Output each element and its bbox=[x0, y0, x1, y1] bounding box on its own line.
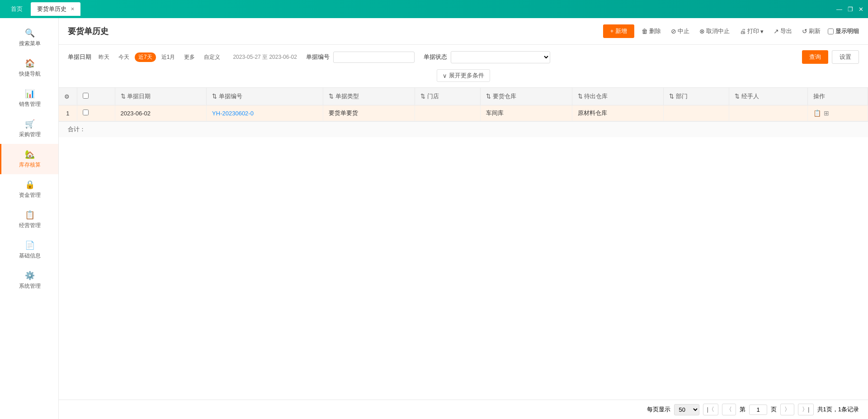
filter-group-date-range: 2023-05-27 至 2023-06-02 bbox=[233, 53, 297, 61]
tab-close-icon[interactable]: × bbox=[71, 5, 75, 12]
sidebar-label-basic: 基础信息 bbox=[19, 252, 41, 260]
docno-input[interactable] bbox=[333, 52, 415, 63]
sidebar-item-sales[interactable]: 📊 销售管理 bbox=[0, 83, 58, 114]
th-dept[interactable]: ⇅ 部门 bbox=[664, 88, 729, 105]
shortcut-yesterday[interactable]: 昨天 bbox=[95, 52, 113, 62]
row-no: YH-20230602-0 bbox=[207, 105, 323, 121]
row-date: 2023-06-02 bbox=[115, 105, 207, 121]
settings-button[interactable]: 设置 bbox=[832, 50, 859, 64]
filter-group-docno: 单据编号 bbox=[306, 52, 415, 63]
table-header: ⚙ ⇅ 单据日期 ⇅ 单据编号 ⇅ 单据类型 ⇅ 门店 ⇅ 要货仓库 ⇅ 待出仓… bbox=[59, 88, 868, 105]
display-detail-checkbox-label[interactable]: 显示明细 bbox=[828, 27, 859, 35]
filter-row-main: 单据日期 昨天 今天 近7天 近1月 更多 自定义 2023-05-27 至 2… bbox=[68, 50, 859, 64]
total-records: 共1页，1条记录 bbox=[817, 405, 859, 414]
shortcut-custom[interactable]: 自定义 bbox=[200, 52, 224, 62]
status-select[interactable] bbox=[451, 51, 550, 63]
delete-button[interactable]: 🗑 删除 bbox=[639, 25, 664, 37]
cancel-suspend-icon: ⊗ bbox=[699, 28, 705, 35]
print-button[interactable]: 🖨 打印 ▾ bbox=[737, 25, 766, 37]
sidebar-item-search[interactable]: 🔍 搜索菜单 bbox=[0, 23, 58, 53]
shortcut-1month[interactable]: 近1月 bbox=[158, 52, 179, 62]
shortcut-7days[interactable]: 近7天 bbox=[135, 52, 156, 62]
print-icon: 🖨 bbox=[740, 28, 746, 35]
page-number-input[interactable] bbox=[749, 405, 767, 415]
per-page-select[interactable]: 50 100 bbox=[674, 404, 699, 415]
row-checkbox[interactable] bbox=[83, 110, 89, 115]
refresh-icon: ↺ bbox=[802, 28, 807, 35]
sidebar-item-system[interactable]: ⚙️ 系统管理 bbox=[0, 265, 58, 295]
minimize-button[interactable]: — bbox=[836, 6, 842, 13]
th-pending-warehouse[interactable]: ⇅ 待出仓库 bbox=[572, 88, 664, 105]
page-title: 要货单历史 bbox=[68, 26, 108, 37]
sidebar-item-operations[interactable]: 📋 经营管理 bbox=[0, 205, 58, 235]
data-table: ⚙ ⇅ 单据日期 ⇅ 单据编号 ⇅ 单据类型 ⇅ 门店 ⇅ 要货仓库 ⇅ 待出仓… bbox=[59, 88, 868, 121]
display-detail-checkbox[interactable] bbox=[828, 29, 834, 34]
last-page-button[interactable]: 〉| bbox=[798, 404, 813, 415]
doc-link[interactable]: YH-20230602-0 bbox=[212, 110, 254, 117]
export-button[interactable]: ↗ 导出 bbox=[771, 25, 795, 37]
sidebar-item-basic[interactable]: 📄 基础信息 bbox=[0, 235, 58, 265]
sort-icon-type: ⇅ bbox=[329, 93, 334, 100]
th-date[interactable]: ⇅ 单据日期 bbox=[115, 88, 207, 105]
tab-home[interactable]: 首页 bbox=[5, 2, 29, 16]
sidebar-item-quicknav[interactable]: 🏠 快捷导航 bbox=[0, 53, 58, 83]
sidebar-label-sales: 销售管理 bbox=[19, 100, 41, 108]
select-all-checkbox[interactable] bbox=[83, 93, 89, 99]
per-page-label: 每页显示 bbox=[647, 405, 670, 414]
sidebar-label-operations: 经营管理 bbox=[19, 222, 41, 229]
print-dropdown-icon: ▾ bbox=[760, 28, 764, 35]
row-pending-warehouse: 原材料仓库 bbox=[572, 105, 664, 121]
page-prefix: 第 bbox=[740, 405, 745, 414]
new-button[interactable]: + 新增 bbox=[603, 24, 634, 38]
th-no[interactable]: ⇅ 单据编号 bbox=[207, 88, 323, 105]
date-filter-label: 单据日期 bbox=[68, 53, 91, 61]
gear-icon: ⚙️ bbox=[25, 271, 35, 281]
expand-more-button[interactable]: ∨ 展开更多条件 bbox=[437, 69, 490, 82]
th-req-warehouse[interactable]: ⇅ 要货仓库 bbox=[481, 88, 572, 105]
date-shortcuts: 昨天 今天 近7天 近1月 更多 自定义 bbox=[95, 52, 224, 62]
clipboard-icon: 📋 bbox=[25, 210, 35, 220]
th-type[interactable]: ⇅ 单据类型 bbox=[323, 88, 415, 105]
close-button[interactable]: ✕ bbox=[859, 6, 863, 13]
shortcut-more[interactable]: 更多 bbox=[180, 52, 198, 62]
suspend-button[interactable]: ⊘ 中止 bbox=[668, 25, 692, 37]
sidebar-label-finance: 资金管理 bbox=[19, 191, 41, 199]
table-body: 1 2023-06-02 YH-20230602-0 要货单要货 车间库 原材料… bbox=[59, 105, 868, 121]
window-controls: — ❐ ✕ bbox=[836, 6, 863, 13]
sidebar-item-finance[interactable]: 🔒 资金管理 bbox=[0, 174, 58, 205]
th-handler[interactable]: ⇅ 经手人 bbox=[729, 88, 808, 105]
prev-page-button[interactable]: 〈 bbox=[722, 404, 736, 415]
row-req-warehouse: 车间库 bbox=[481, 105, 572, 121]
sidebar-label-purchase: 采购管理 bbox=[19, 131, 41, 138]
sidebar-label-search: 搜索菜单 bbox=[19, 40, 41, 48]
suspend-icon: ⊘ bbox=[671, 28, 676, 35]
th-checkbox bbox=[77, 88, 115, 105]
sort-icon-store: ⇅ bbox=[420, 93, 425, 100]
shortcut-today[interactable]: 今天 bbox=[115, 52, 133, 62]
tab-requisition-history[interactable]: 要货单历史 × bbox=[31, 2, 80, 16]
sidebar-item-inventory[interactable]: 🏡 库存核算 bbox=[0, 144, 58, 174]
row-edit-icon[interactable]: 📋 bbox=[813, 110, 821, 117]
inventory-icon: 🏡 bbox=[25, 149, 35, 159]
main-layout: 🔍 搜索菜单 🏠 快捷导航 📊 销售管理 🛒 采购管理 🏡 库存核算 🔒 资金管… bbox=[0, 18, 868, 419]
sidebar-item-purchase[interactable]: 🛒 采购管理 bbox=[0, 114, 58, 144]
row-store bbox=[415, 105, 480, 121]
first-page-button[interactable]: |〈 bbox=[703, 404, 718, 415]
query-button[interactable]: 查询 bbox=[802, 50, 828, 64]
cart-icon: 🛒 bbox=[25, 119, 35, 129]
filter-area: 单据日期 昨天 今天 近7天 近1月 更多 自定义 2023-05-27 至 2… bbox=[59, 45, 868, 88]
row-type: 要货单要货 bbox=[323, 105, 415, 121]
refresh-button[interactable]: ↺ 刷新 bbox=[799, 25, 823, 37]
th-store[interactable]: ⇅ 门店 bbox=[415, 88, 480, 105]
expand-row: ∨ 展开更多条件 bbox=[68, 66, 859, 82]
table-footer: 合计： bbox=[59, 121, 868, 137]
cancel-suspend-button[interactable]: ⊗ 取消中止 bbox=[697, 25, 732, 37]
table-settings-col[interactable]: ⚙ bbox=[59, 88, 77, 105]
filter-group-date: 单据日期 昨天 今天 近7天 近1月 更多 自定义 bbox=[68, 52, 224, 62]
row-action: 📋 ⊞ bbox=[808, 105, 868, 121]
row-detail-icon[interactable]: ⊞ bbox=[824, 110, 829, 117]
row-checkbox-cell bbox=[77, 105, 115, 121]
status-filter-label: 单据状态 bbox=[424, 53, 447, 61]
restore-button[interactable]: ❐ bbox=[848, 6, 853, 13]
next-page-button[interactable]: 〉 bbox=[780, 404, 794, 415]
